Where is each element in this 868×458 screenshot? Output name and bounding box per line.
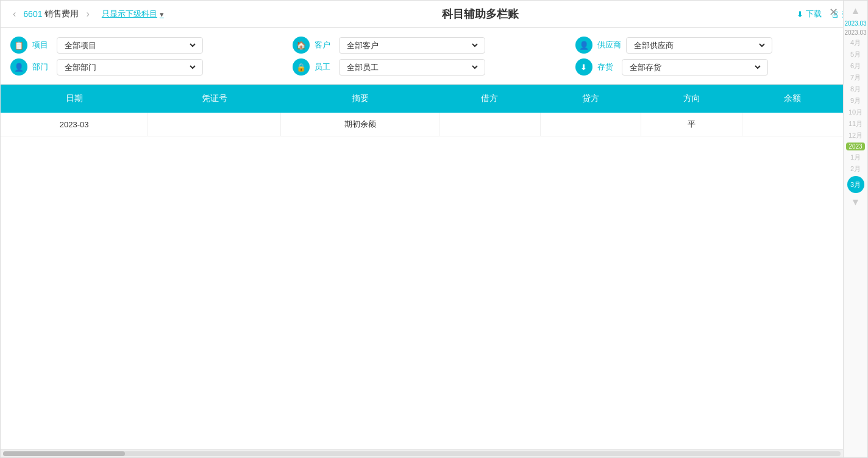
supplier-dropdown[interactable]: 全部供应商 — [631, 40, 767, 51]
scroll-thumb[interactable] — [3, 451, 125, 456]
sidebar-item-8[interactable]: 8月 — [850, 83, 861, 95]
inventory-filter: ⬇ 存货 全部存货 — [575, 56, 858, 78]
chevron-down-icon: ▾ — [160, 10, 164, 19]
col-direction: 方向 — [641, 85, 742, 113]
sidebar-item-2[interactable]: 2月 — [850, 163, 861, 175]
department-dropdown[interactable]: 全部部门 — [62, 62, 197, 72]
show-sub-button[interactable]: 只显示下级科目 ▾ — [102, 9, 164, 19]
next-account-button[interactable]: › — [84, 9, 91, 19]
cell-voucher — [148, 113, 281, 136]
sidebar-item-1[interactable]: 1月 — [850, 152, 861, 163]
project-select[interactable]: 全部项目 — [57, 37, 203, 54]
inventory-icon: ⬇ — [575, 58, 592, 76]
project-icon: 📋 — [10, 37, 27, 54]
main-window: ✕ ‹ 6601 销售费用 › 只显示下级科目 ▾ 科目辅助多栏账 ⬇ 下载 🖨… — [0, 0, 868, 458]
cell-balance — [742, 113, 843, 136]
supplier-filter: 👤 供应商 全部供应商 — [575, 34, 858, 56]
col-credit: 贷方 — [540, 85, 641, 113]
col-balance: 余额 — [742, 85, 843, 113]
customer-dropdown[interactable]: 全部客户 — [344, 40, 480, 51]
department-label: 部门 — [32, 62, 52, 72]
cell-direction: 平 — [641, 113, 742, 136]
sidebar-item-4[interactable]: 4月 — [850, 37, 861, 49]
sidebar-year-badge[interactable]: 2023 — [846, 143, 864, 150]
sidebar-item-7[interactable]: 7月 — [850, 72, 861, 83]
customer-label: 客户 — [315, 40, 334, 51]
employee-label: 员工 — [315, 62, 334, 72]
supplier-icon: 👤 — [575, 37, 592, 54]
customer-filter: 🏠 客户 全部客户 — [293, 34, 575, 56]
customer-select[interactable]: 全部客户 — [339, 37, 485, 54]
show-sub-label: 只显示下级科目 — [102, 9, 157, 19]
col-debit: 借方 — [439, 85, 541, 113]
scroll-track — [3, 451, 841, 456]
sidebar-item-11[interactable]: 11月 — [848, 118, 863, 130]
col-date: 日期 — [1, 85, 148, 113]
sidebar-up-button[interactable]: ▲ — [851, 3, 861, 19]
inventory-dropdown[interactable]: 全部存货 — [627, 62, 763, 72]
employee-dropdown[interactable]: 全部员工 — [344, 62, 480, 72]
close-button[interactable]: ✕ — [829, 5, 838, 19]
project-dropdown[interactable]: 全部项目 — [62, 40, 197, 51]
col-voucher: 凭证号 — [148, 85, 281, 113]
sidebar-item-5[interactable]: 5月 — [850, 49, 861, 60]
download-icon: ⬇ — [797, 10, 803, 19]
download-label: 下载 — [806, 9, 822, 19]
account-name: 销售费用 — [44, 9, 79, 19]
inventory-select[interactable]: 全部存货 — [622, 59, 768, 76]
sidebar-item-3-active[interactable]: 3月 — [847, 176, 864, 193]
header-bar: ‹ 6601 销售费用 › 只显示下级科目 ▾ 科目辅助多栏账 ⬇ 下载 🖨 打… — [1, 1, 867, 28]
page-title: 科目辅助多栏账 — [164, 7, 797, 21]
ledger-table: 日期 凭证号 摘要 借方 贷方 方向 余额 2023-03 期初余额 平 — [1, 85, 843, 136]
employee-filter: 🔒 员工 全部员工 — [293, 56, 575, 78]
customer-icon: 🏠 — [293, 37, 310, 54]
cell-credit — [540, 113, 641, 136]
account-code: 6601 — [23, 9, 42, 19]
table-row[interactable]: 2023-03 期初余额 平 — [1, 113, 843, 136]
sidebar-item-12[interactable]: 12月 — [848, 130, 863, 141]
filter-area: 📋 项目 全部项目 🏠 客户 全部客户 👤 供应商 全部供应商 — [1, 28, 867, 85]
cell-date: 2023-03 — [1, 113, 148, 136]
project-filter: 📋 项目 全部项目 — [10, 34, 293, 56]
inventory-label: 存货 — [597, 62, 617, 72]
sidebar-item-6[interactable]: 6月 — [850, 60, 861, 72]
department-filter: 👤 部门 全部部门 — [10, 56, 293, 78]
prev-account-button[interactable]: ‹ — [10, 9, 18, 19]
account-label: 6601 销售费用 — [23, 9, 79, 19]
horizontal-scrollbar[interactable] — [1, 449, 843, 457]
sidebar-item-10[interactable]: 10月 — [848, 107, 863, 118]
col-summary: 摘要 — [281, 85, 439, 113]
sidebar-item-9[interactable]: 9月 — [850, 95, 861, 107]
supplier-select[interactable]: 全部供应商 — [626, 37, 772, 54]
cell-summary: 期初余额 — [281, 113, 439, 136]
employee-select[interactable]: 全部员工 — [339, 59, 485, 76]
download-button[interactable]: ⬇ 下载 — [797, 9, 822, 19]
cell-debit — [439, 113, 541, 136]
employee-icon: 🔒 — [293, 58, 310, 76]
table-container: 日期 凭证号 摘要 借方 贷方 方向 余额 2023-03 期初余额 平 — [1, 85, 843, 427]
department-icon: 👤 — [10, 58, 27, 76]
supplier-label: 供应商 — [597, 40, 621, 51]
sidebar-item-2023-03[interactable]: 2023.03 — [844, 28, 866, 37]
timeline-sidebar: ▲ 2023.03 2023.03 4月 5月 6月 7月 8月 9月 10月 … — [843, 1, 867, 458]
project-label: 项目 — [32, 40, 52, 51]
sidebar-down-button[interactable]: ▼ — [851, 194, 861, 210]
table-header-row: 日期 凭证号 摘要 借方 贷方 方向 余额 — [1, 85, 843, 113]
sidebar-item-2023-03-selected[interactable]: 2023.03 — [844, 19, 866, 28]
department-select[interactable]: 全部部门 — [57, 59, 203, 76]
